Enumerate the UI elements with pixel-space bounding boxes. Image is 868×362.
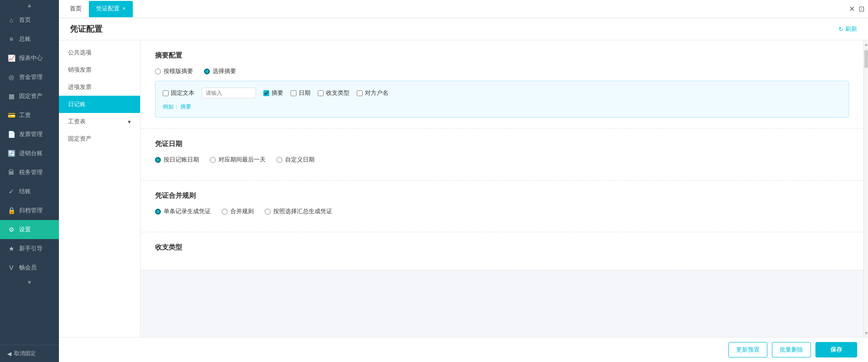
radio-select-merge-input[interactable] <box>265 209 271 215</box>
refresh-label: 刷新 <box>845 25 857 33</box>
sidebar-item-label: 结账 <box>19 187 31 196</box>
checkbox-fixed-text-input[interactable] <box>163 90 169 96</box>
sidebar-cancel-fixed[interactable]: ◀ 取消固定 <box>0 345 59 362</box>
save-button[interactable]: 保存 <box>815 342 857 357</box>
checkbox-counterpart-input[interactable] <box>357 90 363 96</box>
refresh-button[interactable]: ↻ 刷新 <box>839 25 857 33</box>
window-close-button[interactable]: ✕ <box>849 5 855 13</box>
checkbox-fixed-text[interactable]: 固定文本 <box>163 89 194 97</box>
sidebar-item-capital[interactable]: ◎ 资金管理 <box>0 68 59 87</box>
radio-journal-date[interactable]: 按日记账日期 <box>155 156 199 164</box>
scroll-down-button[interactable]: ▼ <box>864 329 868 337</box>
summary-title: 摘要配置 <box>155 51 849 60</box>
left-nav-fixed-assets[interactable]: 固定资产 <box>59 130 140 147</box>
radio-last-day-input[interactable] <box>210 157 216 163</box>
sidebar-item-label: 发票管理 <box>19 130 43 138</box>
radio-custom-date-input[interactable] <box>276 157 282 163</box>
tab-voucher-config[interactable]: 凭证配置 × <box>89 1 133 17</box>
archive-icon: 🔒 <box>7 207 15 214</box>
sidebar-item-salary[interactable]: 💳 工资 <box>0 106 59 125</box>
radio-select-input[interactable] <box>204 68 210 74</box>
sidebar-item-settle[interactable]: ✓ 结账 <box>0 182 59 201</box>
radio-merge-input[interactable] <box>222 209 228 215</box>
sidebar-item-label: 新手引导 <box>19 245 43 253</box>
capital-icon: ◎ <box>7 73 15 81</box>
radio-single-input[interactable] <box>155 209 161 215</box>
checkbox-date-input[interactable] <box>291 90 296 96</box>
checkbox-counterpart-label: 对方户名 <box>365 89 388 97</box>
tab-bar: 首页 凭证配置 × ✕ ⊡ <box>59 0 868 18</box>
sidebar-item-home[interactable]: ⌂ 首页 <box>0 10 59 29</box>
update-preset-button[interactable]: 更新预置 <box>728 342 767 357</box>
sidebar-item-tax[interactable]: 🏛 税务管理 <box>0 163 59 182</box>
radio-custom-date[interactable]: 自定义日期 <box>276 156 315 164</box>
tab-close-icon[interactable]: × <box>122 5 126 12</box>
radio-merge-rule[interactable]: 合并规则 <box>222 207 254 215</box>
sidebar-item-label: 首页 <box>19 16 31 24</box>
radio-merge-label: 合并规则 <box>230 207 254 215</box>
reconcile-icon: 🔄 <box>7 150 15 157</box>
sidebar-item-ledger[interactable]: ≡ 总账 <box>0 29 59 49</box>
radio-last-day-label: 对应期间最后一天 <box>218 156 266 164</box>
home-icon: ⌂ <box>7 16 15 24</box>
fixed-text-input[interactable] <box>202 88 256 98</box>
left-nav-assets-label: 固定资产 <box>68 135 92 143</box>
radio-single-label: 单条记录生成凭证 <box>164 207 211 215</box>
radio-single-record[interactable]: 单条记录生成凭证 <box>155 207 211 215</box>
sidebar-item-guide[interactable]: ★ 新手引导 <box>0 239 59 258</box>
sidebar-scroll-up[interactable]: ▲ <box>0 0 59 10</box>
sidebar-item-archive[interactable]: 🔒 归档管理 <box>0 201 59 220</box>
chevron-down-icon: ▾ <box>128 118 131 125</box>
checkbox-income-type-label: 收支类型 <box>326 89 349 97</box>
sidebar-item-reports[interactable]: 📈 报表中心 <box>0 49 59 68</box>
left-nav-payroll[interactable]: 工资表 ▾ <box>59 113 140 130</box>
sidebar-item-invoice[interactable]: 📄 发票管理 <box>0 125 59 144</box>
left-nav-public[interactable]: 公共选项 <box>59 44 140 61</box>
left-nav: 公共选项 销项发票 进项发票 日记账 工资表 ▾ 固定资产 <box>59 40 141 337</box>
checkbox-summary-input[interactable] <box>263 90 269 96</box>
batch-delete-button[interactable]: 批量删除 <box>772 342 811 357</box>
left-nav-purchase-invoice[interactable]: 进项发票 <box>59 78 140 96</box>
salary-icon: 💳 <box>7 112 15 119</box>
checkbox-date[interactable]: 日期 <box>291 89 310 97</box>
sidebar-item-label: 设置 <box>19 225 31 234</box>
sidebar-item-assets[interactable]: ▦ 固定资产 <box>0 87 59 106</box>
sidebar-item-label: 资金管理 <box>19 73 43 81</box>
radio-custom-date-label: 自定义日期 <box>285 156 315 164</box>
settle-icon: ✓ <box>7 188 15 195</box>
left-nav-sales-invoice[interactable]: 销项发票 <box>59 61 140 78</box>
left-nav-journal[interactable]: 日记账 <box>59 96 140 113</box>
sidebar-item-settings[interactable]: ⚙ 设置 <box>0 220 59 239</box>
assets-icon: ▦ <box>7 93 15 100</box>
income-type-title: 收支类型 <box>155 243 849 252</box>
sidebar-item-label: 税务管理 <box>19 168 43 176</box>
radio-template-input[interactable] <box>155 68 161 74</box>
tab-bar-actions: ✕ ⊡ <box>849 5 864 13</box>
radio-template-summary[interactable]: 按模版摘要 <box>155 67 193 75</box>
checkbox-income-type[interactable]: 收支类型 <box>318 89 349 97</box>
tab-active-label: 凭证配置 <box>96 5 120 13</box>
section-income-type: 收支类型 <box>141 232 863 270</box>
scroll-thumb[interactable] <box>864 50 868 68</box>
radio-select-merge[interactable]: 按照选择汇总生成凭证 <box>265 207 332 215</box>
checkbox-counterpart[interactable]: 对方户名 <box>357 89 388 97</box>
right-content: 摘要配置 按模版摘要 选择摘要 <box>141 40 863 337</box>
sidebar-item-member[interactable]: V 畅会员 <box>0 258 59 277</box>
content-body: 公共选项 销项发票 进项发票 日记账 工资表 ▾ 固定资产 <box>59 40 868 337</box>
tab-home[interactable]: 首页 <box>63 1 89 17</box>
window-restore-button[interactable]: ⊡ <box>858 5 864 13</box>
left-nav-payroll-label: 工资表 <box>68 117 86 126</box>
radio-last-day[interactable]: 对应期间最后一天 <box>210 156 266 164</box>
summary-checkbox-row: 固定文本 摘要 日期 <box>163 88 841 98</box>
radio-journal-date-input[interactable] <box>155 157 161 163</box>
radio-select-summary[interactable]: 选择摘要 <box>204 67 236 75</box>
sidebar-item-reconcile[interactable]: 🔄 进销台账 <box>0 144 59 163</box>
checkbox-summary[interactable]: 摘要 <box>263 89 283 97</box>
guide-icon: ★ <box>7 245 15 252</box>
checkbox-income-type-input[interactable] <box>318 90 324 96</box>
page-content: 凭证配置 ↻ 刷新 公共选项 销项发票 进项发票 日记账 <box>59 18 868 362</box>
sidebar-scroll-down[interactable]: ▼ <box>0 277 59 288</box>
scroll-up-button[interactable]: ▲ <box>864 40 868 48</box>
main-area: 首页 凭证配置 × ✕ ⊡ 凭证配置 ↻ 刷新 公共选项 <box>59 0 868 362</box>
refresh-icon: ↻ <box>839 26 844 33</box>
